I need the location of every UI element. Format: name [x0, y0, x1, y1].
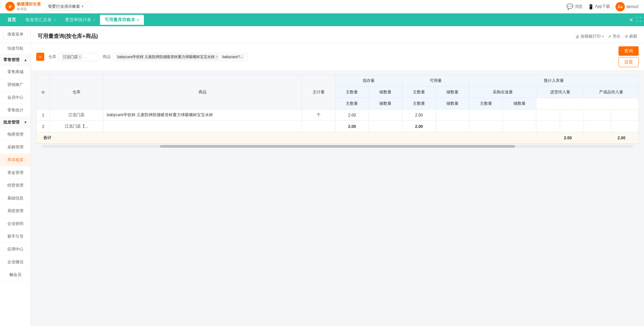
message-icon: 💬	[567, 3, 573, 10]
sidebar-item-basic[interactable]: 基础信息	[0, 192, 31, 205]
sidebar-item-vip[interactable]: 畅会员	[0, 269, 31, 281]
export-label: 导出	[612, 34, 621, 39]
product-value[interactable]: babycare学饮杯 儿童防摔防撞吸管杯重力球吸嘴杯宝宝水杯 × babyca…	[113, 53, 248, 61]
sidebar-item-finance[interactable]: 资金管理	[0, 167, 31, 179]
table-footer: 合计 2.00 2.00	[36, 132, 639, 144]
product-tag-1-close[interactable]: ×	[216, 55, 218, 59]
sidebar-vip-label: 畅会员	[9, 272, 21, 278]
app-download-btn[interactable]: 📱 App下载	[588, 4, 610, 9]
sidebar-retail-stat-label: 零售统计	[7, 107, 23, 113]
sidebar-item-ecommerce[interactable]: 电商管理	[0, 128, 31, 141]
refresh-btn[interactable]: ↺ 刷新	[625, 34, 637, 39]
window-controls: ✕ ⛶	[629, 17, 641, 23]
tab-home[interactable]: 首页	[3, 15, 21, 25]
wholesale-collapse-icon: ▼	[24, 121, 27, 124]
row-pt-aux-1	[503, 109, 536, 121]
scroll-thumb[interactable]	[160, 145, 515, 148]
row-warehouse-1: 江北门店	[50, 109, 103, 121]
sidebar-item-app-center[interactable]: 应用中心	[0, 243, 31, 256]
sidebar-item-purchase[interactable]: 采购管理	[0, 141, 31, 154]
row-prod-main-1	[584, 109, 611, 121]
quick-nav-btn[interactable]: 快捷导航	[0, 43, 31, 54]
sidebar-search-area: 搜索菜单	[0, 26, 31, 43]
svg-text:好: 好	[8, 5, 12, 8]
sidebar-newbie-label: 新手引导	[7, 234, 23, 239]
footer-spacer-2	[108, 136, 122, 140]
row-curr-aux-1	[369, 109, 402, 121]
sidebar-basic-label: 基础信息	[7, 195, 23, 201]
filter-expand-btn[interactable]: »	[36, 53, 44, 61]
available-group: 可用量	[402, 75, 469, 87]
tab-order-stat-close[interactable]: ×	[93, 18, 95, 22]
sidebar-marketing-label: 营销推广	[7, 82, 23, 88]
sidebar-item-enterprise[interactable]: 企业协同	[0, 218, 31, 230]
top-bar: 好 畅捷通好生意 标准版 母婴行业演示账套 ▾ 💬 消息 📱 App下载 Ea …	[0, 0, 644, 13]
footer-current-aux	[581, 136, 608, 140]
tab-home-label: 首页	[7, 17, 16, 23]
scroll-area[interactable]	[36, 144, 639, 148]
product-tag-1-text: babycare学饮杯 儿童防摔防撞吸管杯重力球吸嘴杯宝宝水杯	[117, 54, 215, 59]
maximize-btn[interactable]: ⛶	[636, 17, 641, 23]
tab-available-close[interactable]: ×	[137, 18, 139, 22]
template-print-label: 按模板打印	[581, 34, 601, 39]
warehouse-value[interactable]: 江北门店 × ...	[58, 53, 99, 61]
product-tag-2: babycare?...	[221, 54, 245, 59]
row-prod-main-2	[584, 121, 611, 132]
row-ib-aux-1	[560, 109, 584, 121]
warehouse-tag-text: 江北门店	[63, 54, 78, 59]
sidebar-item-retail-stat[interactable]: 零售统计	[0, 104, 31, 117]
refresh-icon: ↺	[625, 34, 628, 39]
row-curr-main-1: 2.00	[335, 109, 369, 121]
current-stock-group: 现存量	[335, 75, 402, 87]
sidebar-item-wechat[interactable]: 企业微信	[0, 256, 31, 269]
search-menu-btn[interactable]: 搜索菜单	[3, 30, 28, 39]
sidebar-retail-mall-label: 零售商城	[7, 69, 23, 75]
template-print-btn[interactable]: 🖨 按模板打印 ▾	[575, 34, 604, 39]
industry-select[interactable]: 母婴行业演示账套 ▾	[45, 2, 92, 11]
sidebar-item-retail-mall[interactable]: 零售商城	[0, 66, 31, 79]
product-tag-2-text: babycare?...	[222, 55, 243, 59]
sidebar-item-wholesale[interactable]: 批发管理 ▼	[0, 117, 31, 128]
current-main-sub: 主数量	[335, 87, 369, 98]
row-product-2	[103, 121, 302, 132]
sidebar-item-marketing[interactable]: 营销推广	[0, 79, 31, 91]
tab-order-stat[interactable]: 要货单统计表 ×	[60, 15, 100, 25]
filter-bar: » 仓库 江北门店 × ... 商品 babycare学饮杯 儿童防摔防撞吸管杯…	[31, 43, 644, 71]
settings-btn[interactable]: 设置	[619, 57, 639, 67]
tab-receive-close[interactable]: ×	[54, 18, 56, 22]
table-area: ⚙ 仓库 商品 主计量 现存量	[31, 71, 644, 152]
tab-available[interactable]: 可用量库存账本 ×	[100, 15, 144, 25]
sidebar-item-operations[interactable]: 经营管理	[0, 179, 31, 192]
close-window-btn[interactable]: ✕	[629, 17, 633, 23]
row-ib-main-2	[536, 121, 560, 132]
logo-text-area: 畅捷通好生意 标准版	[17, 2, 41, 11]
row-avail-main-1: 2.00	[402, 109, 436, 121]
top-bar-left: 好 畅捷通好生意 标准版 母婴行业演示账套 ▾	[5, 2, 92, 11]
export-btn[interactable]: ↗ 导出	[608, 34, 621, 39]
warehouse-more[interactable]: ...	[84, 54, 87, 59]
row-ib-aux-2	[560, 121, 584, 132]
sidebar-item-inventory[interactable]: 库存核算	[0, 154, 31, 167]
sidebar-inventory-label: 库存核算	[7, 157, 23, 163]
query-btn[interactable]: 查询	[619, 46, 639, 56]
tab-available-label: 可用量库存账本	[105, 17, 135, 23]
page-title: 可用量查询(按仓库+商品)	[38, 33, 98, 40]
main-content: 可用量查询(按仓库+商品) 🖨 按模板打印 ▾ ↗ 导出 ↺ 刷新	[31, 26, 644, 326]
tab-receive[interactable]: 收发存汇总表 ×	[21, 15, 60, 25]
warehouse-tag-close[interactable]: ×	[79, 55, 81, 59]
row-avail-aux-1	[436, 109, 469, 121]
sidebar-system-label: 系统管理	[7, 208, 23, 214]
sidebar-item-system[interactable]: 系统管理	[0, 205, 31, 218]
export-icon: ↗	[608, 34, 611, 39]
query-settings-area: 查询 设置	[619, 46, 639, 67]
settings-col-header[interactable]: ⚙	[37, 75, 50, 109]
sidebar-item-member[interactable]: 会员中心	[0, 91, 31, 104]
sidebar-item-retail-mgmt[interactable]: 零售管理 ▲	[0, 54, 31, 66]
table-settings-icon[interactable]: ⚙	[41, 90, 45, 95]
sidebar-item-newbie[interactable]: 新手引导	[0, 230, 31, 243]
printer-icon: 🖨	[575, 34, 579, 39]
message-btn[interactable]: 💬 消息	[567, 3, 583, 10]
tab-receive-label: 收发存汇总表	[25, 17, 52, 23]
table-row: 1 江北门店 babycare学饮杯 儿童防摔防撞吸管杯重力球吸嘴杯宝宝水杯 个…	[37, 109, 639, 121]
user-info[interactable]: Ea demo2	[615, 2, 639, 11]
